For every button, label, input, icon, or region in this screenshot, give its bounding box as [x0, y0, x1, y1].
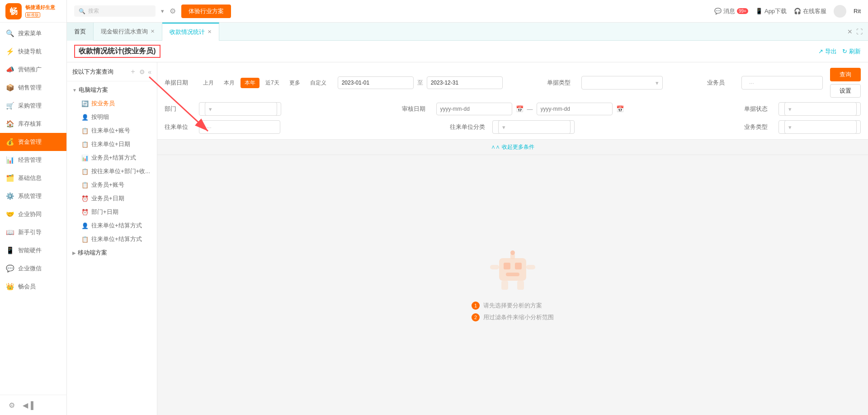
biz-type-label: 业务类型: [744, 123, 771, 131]
sidebar-item-search[interactable]: 🔍 搜索菜单: [0, 24, 66, 42]
counter-party-ellipsis[interactable]: ···: [205, 124, 213, 131]
add-scheme-btn[interactable]: ＋: [129, 67, 137, 76]
cal-icon-start: 📅: [516, 105, 524, 113]
sidebar-item-operation[interactable]: 📊 经营管理: [0, 151, 66, 169]
tree-arrow-mobile: ▶: [72, 250, 76, 255]
review-date-range: 📅 — 📅: [436, 103, 624, 115]
settings-footer-icon[interactable]: ⚙: [5, 399, 18, 411]
review-date-end-input[interactable]: [537, 103, 613, 115]
topbar: 🔍 搜索 ▾ ⚙ 体验行业方案 💬 消息 99+ 📱 App下载 🎧 在线客服 …: [67, 0, 868, 23]
sidebar-item-enterprise[interactable]: 🤝 企业协同: [0, 205, 66, 223]
sidebar-item-sales[interactable]: 📦 销售管理: [0, 79, 66, 97]
tree-item-dept-date[interactable]: ⏰ 部门+日期: [67, 205, 157, 219]
tab-bank[interactable]: 现金银行流水查询 ✕: [94, 23, 162, 41]
close-window-btn[interactable]: ✕: [847, 28, 853, 35]
date-tab-custom[interactable]: 自定义: [306, 78, 330, 88]
robot-illustration: [486, 249, 540, 294]
sidebar-item-wechat[interactable]: 💬 企业微信: [0, 259, 66, 278]
tree-item-unit-payment1[interactable]: 👤 往来单位+结算方式: [67, 219, 157, 232]
sidebar-item-system[interactable]: ⚙️ 系统管理: [0, 187, 66, 205]
sidebar-item-inventory[interactable]: 🏠 库存核算: [0, 115, 66, 133]
svg-rect-8: [501, 281, 508, 290]
wechat-icon: 💬: [5, 264, 14, 273]
sidebar-item-guide[interactable]: 📖 新手引导: [0, 223, 66, 241]
logo-text: 畅捷通好生意 标准版: [25, 4, 55, 18]
sidebar: 畅 畅捷通好生意 标准版 🔍 搜索菜单 ⚡ 快捷导航 📣 营销推广 📦 销售管理…: [0, 0, 67, 415]
sidebar-item-quicknav[interactable]: ⚡ 快捷导航: [0, 42, 66, 61]
tree-item-detail[interactable]: 👤 按明细: [67, 110, 157, 124]
review-date-start-input[interactable]: [436, 103, 512, 115]
doc-type-caret: ▾: [656, 80, 659, 86]
salesperson-ellipsis-btn[interactable]: ···: [747, 80, 756, 86]
search-icon: 🔍: [79, 8, 85, 14]
close-bank-tab-btn[interactable]: ✕: [151, 28, 155, 34]
tab-home[interactable]: 首页: [67, 23, 94, 41]
doc-status-select[interactable]: ▾: [778, 102, 861, 116]
topbar-search[interactable]: 🔍 搜索: [74, 5, 156, 17]
svg-point-5: [510, 250, 515, 255]
tree-item-sales-account[interactable]: 📋 业务员+账号: [67, 178, 157, 192]
sales-account-icon: 📋: [81, 181, 89, 189]
date-tab-more[interactable]: 更多: [285, 78, 304, 88]
tab-collection[interactable]: 收款情况统计 ✕: [162, 23, 219, 41]
collapse-icon: ∧∧: [491, 144, 501, 150]
biz-type-select[interactable]: ▾: [778, 120, 861, 134]
counter-party-select[interactable]: ···: [199, 120, 280, 134]
left-panel-title: 按以下方案查询: [72, 68, 113, 76]
salesperson-select[interactable]: ···: [741, 76, 823, 90]
tree-group-pc[interactable]: ▼ 电脑端方案: [67, 83, 157, 97]
date-tab-7days[interactable]: 近7天: [261, 78, 283, 88]
sidebar-item-marketing[interactable]: 📣 营销推广: [0, 61, 66, 79]
logo-area: 畅 畅捷通好生意 标准版: [0, 0, 66, 23]
right-panel: 单据日期 上月 本月 本年 近7天 更多 自定义 至: [157, 62, 868, 415]
trial-btn[interactable]: 体验行业方案: [181, 5, 231, 18]
tree-item-salesperson[interactable]: 🔄 按业务员: [67, 97, 157, 110]
tree-item-unit-payment2[interactable]: 📋 往来单位+结算方式: [67, 232, 157, 246]
dept-select[interactable]: ▾: [199, 102, 281, 116]
refresh-btn[interactable]: ↻ 刷新: [842, 47, 861, 56]
topbar-dropdown-arrow[interactable]: ▾: [161, 8, 164, 14]
collapse-sidebar-icon[interactable]: ◀▐: [22, 399, 34, 411]
collapse-panel-btn[interactable]: «: [148, 68, 151, 75]
settings-scheme-btn[interactable]: ⚙: [139, 68, 145, 75]
export-btn[interactable]: ↗ 导出: [818, 47, 837, 56]
date-tab-this-year[interactable]: 本年: [241, 78, 259, 88]
tree-item-unit-dept[interactable]: 📋 按往来单位+部门+收...: [67, 165, 157, 178]
date-start-input[interactable]: [338, 76, 414, 89]
counter-party-class-caret: ▾: [498, 120, 571, 134]
salesperson-label: 业务员: [707, 79, 734, 87]
sidebar-item-hardware[interactable]: 📱 智能硬件: [0, 241, 66, 259]
maximize-window-btn[interactable]: ⛶: [856, 28, 863, 35]
dept-date-icon: ⏰: [81, 208, 89, 216]
sidebar-footer: ⚙ ◀▐: [0, 395, 66, 415]
date-end-input[interactable]: [427, 76, 503, 89]
messages-btn[interactable]: 💬 消息 99+: [714, 7, 748, 15]
sidebar-item-finance[interactable]: 💰 资金管理: [0, 133, 66, 151]
user-avatar[interactable]: [834, 5, 846, 18]
online-service-btn[interactable]: 🎧 在线客服: [794, 7, 826, 15]
date-label: 单据日期: [165, 79, 192, 87]
app-download-btn[interactable]: 📱 App下载: [755, 7, 787, 15]
sidebar-item-basic[interactable]: 🗂️ 基础信息: [0, 169, 66, 187]
basic-icon: 🗂️: [5, 174, 14, 183]
collapse-bar[interactable]: ∧∧ 收起更多条件: [157, 140, 868, 155]
tree-item-sales-payment[interactable]: 📊 业务员+结算方式: [67, 151, 157, 165]
date-tab-last-month[interactable]: 上月: [199, 78, 218, 88]
query-btn[interactable]: 查询: [830, 68, 861, 81]
tree-item-sales-date[interactable]: ⏰ 业务员+日期: [67, 192, 157, 205]
date-tab-this-month[interactable]: 本月: [220, 78, 239, 88]
system-icon: ⚙️: [5, 192, 14, 201]
sidebar-item-member[interactable]: 👑 畅会员: [0, 278, 66, 296]
tree-group-mobile[interactable]: ▶ 移动端方案: [67, 246, 157, 259]
counter-party-class-select[interactable]: ▾: [492, 120, 575, 134]
doc-type-select[interactable]: ▾: [581, 76, 663, 90]
tree-item-unit-account[interactable]: 📋 往来单位+账号: [67, 124, 157, 137]
finance-icon: 💰: [5, 137, 14, 146]
query-btn-area: 查询 设置: [830, 68, 861, 98]
tree-item-unit-date[interactable]: 📋 往来单位+日期: [67, 137, 157, 151]
sidebar-item-purchase[interactable]: 🛒 采购管理: [0, 97, 66, 115]
left-panel-actions: ＋ ⚙ «: [129, 67, 151, 76]
settings-btn[interactable]: 设置: [830, 84, 861, 98]
topbar-gear-icon[interactable]: ⚙: [170, 7, 176, 15]
close-collection-tab-btn[interactable]: ✕: [208, 29, 212, 35]
